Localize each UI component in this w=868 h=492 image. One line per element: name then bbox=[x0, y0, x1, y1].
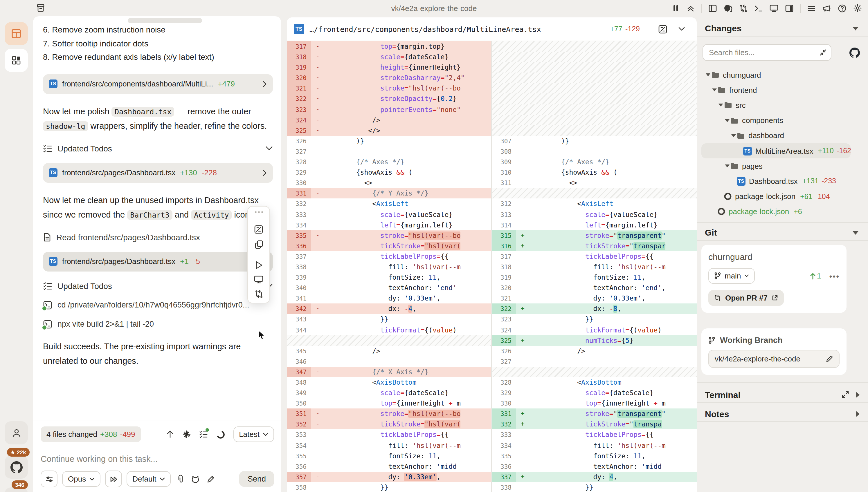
pencil-icon[interactable] bbox=[826, 355, 833, 363]
checklist-icon bbox=[43, 281, 52, 290]
document-icon bbox=[43, 232, 51, 242]
inline-code: Activity bbox=[191, 210, 232, 220]
chevron-down-icon[interactable] bbox=[678, 27, 685, 31]
panel-left-icon[interactable] bbox=[708, 4, 717, 13]
mode-select[interactable]: Default bbox=[126, 471, 171, 487]
chevron-down-icon[interactable] bbox=[265, 146, 273, 151]
tree-item[interactable]: TSDashboard.tsx+131-233 bbox=[701, 174, 850, 189]
typescript-icon: TS bbox=[294, 24, 304, 34]
diff-icon[interactable] bbox=[254, 224, 264, 235]
branch-select[interactable]: main bbox=[708, 268, 755, 284]
tree-item[interactable]: src bbox=[701, 98, 850, 113]
notes-section-header[interactable]: Notes bbox=[697, 406, 868, 421]
fast-forward-button[interactable] bbox=[105, 470, 122, 487]
file-change-chip[interactable]: TS frontend/src/pages/Dashboard.tsx +130… bbox=[43, 163, 273, 182]
changes-section-title[interactable]: Changes bbox=[705, 23, 742, 33]
board-view-button[interactable] bbox=[5, 49, 28, 72]
burst-icon[interactable] bbox=[182, 430, 191, 439]
typescript-icon: TS bbox=[743, 147, 752, 155]
chat-scroll-area[interactable]: 6. Remove zoom instruction noise 7. Soft… bbox=[33, 16, 281, 421]
diff-row: 325+ numTicks={5} bbox=[287, 335, 697, 345]
github-button[interactable] bbox=[5, 456, 28, 479]
package-icon bbox=[724, 193, 731, 200]
search-files-box[interactable] bbox=[703, 44, 831, 61]
copy-icon[interactable] bbox=[254, 240, 263, 249]
working-branch-field[interactable]: vk/4e2a-explore-the-code bbox=[708, 350, 840, 368]
diff-row: 356 textAnchor: 'midd336 textAnchor: 'mi… bbox=[287, 461, 697, 472]
updated-todos-row[interactable]: Updated Todos bbox=[43, 281, 273, 290]
updated-todos-row[interactable]: Updated Todos bbox=[43, 144, 273, 153]
chevron-right-icon bbox=[262, 169, 267, 176]
caret-down-icon[interactable] bbox=[852, 231, 859, 235]
diff-view-icon[interactable] bbox=[658, 24, 668, 34]
diff-row: 323- pointerEvents="none" bbox=[287, 104, 697, 115]
caret-right-icon[interactable] bbox=[856, 411, 860, 417]
diff-content[interactable]: 317- top={margin.top}318- scale={dateSca… bbox=[287, 41, 697, 492]
panel-right-icon[interactable] bbox=[785, 4, 794, 13]
gear-icon[interactable] bbox=[853, 3, 862, 13]
monitor-icon[interactable] bbox=[254, 275, 264, 284]
tree-item[interactable]: frontend bbox=[701, 82, 850, 97]
caret-down-icon[interactable] bbox=[852, 27, 859, 31]
play-icon[interactable] bbox=[255, 261, 263, 270]
git-compare-icon[interactable] bbox=[739, 4, 748, 13]
terminal-section-header[interactable]: Terminal bbox=[697, 387, 868, 402]
diff-row: 329 {showAxis && (310 {showAxis && ( bbox=[287, 167, 697, 177]
search-input[interactable] bbox=[708, 48, 820, 57]
chevrons-up-icon[interactable] bbox=[686, 4, 695, 13]
model-select[interactable]: Opus bbox=[62, 471, 100, 487]
pen-icon[interactable] bbox=[207, 475, 215, 483]
open-pr-button[interactable]: Open PR #7 bbox=[708, 290, 784, 306]
more-options-icon[interactable]: ••• bbox=[829, 271, 840, 280]
right-panel: Changes churnguardfrontendsrccomponentsd… bbox=[697, 16, 868, 492]
chat-bubble-icon[interactable] bbox=[723, 4, 733, 13]
todos-status-icon[interactable] bbox=[199, 430, 208, 439]
tree-item[interactable]: churnguard bbox=[701, 67, 850, 82]
assistant-message: Build succeeds. The pre-existing import … bbox=[43, 339, 273, 368]
tree-item[interactable]: TSMultiLineArea.tsx+110-162 bbox=[701, 143, 850, 158]
expand-icon[interactable] bbox=[842, 391, 849, 398]
chat-input[interactable] bbox=[33, 447, 281, 469]
arrow-up-icon[interactable] bbox=[166, 430, 174, 439]
file-change-chip[interactable]: TS frontend/src/components/dashboard/Mul… bbox=[43, 74, 273, 94]
menu-icon[interactable] bbox=[807, 4, 816, 13]
terminal-icon[interactable] bbox=[754, 4, 763, 13]
monitor-icon[interactable] bbox=[769, 4, 779, 13]
files-changed-chip[interactable]: 4 files changed +308 -499 bbox=[41, 426, 141, 442]
inline-code: shadow-lg bbox=[43, 121, 88, 131]
archive-box-icon[interactable] bbox=[36, 3, 45, 13]
settings-sliders-button[interactable] bbox=[41, 470, 57, 487]
megaphone-icon[interactable] bbox=[822, 4, 831, 13]
github-cat-icon[interactable] bbox=[849, 48, 860, 58]
ellipsis-icon[interactable] bbox=[254, 211, 263, 214]
tree-item[interactable]: pages bbox=[701, 158, 850, 173]
version-select[interactable]: Latest bbox=[233, 426, 274, 442]
file-change-chip[interactable]: TS frontend/src/pages/Dashboard.tsx +1 -… bbox=[43, 251, 273, 271]
paperclip-icon[interactable] bbox=[177, 474, 184, 483]
terminal-command-row[interactable]: npx vite build 2>&1 | tail -20 bbox=[43, 319, 273, 329]
diff-row: 350 top={innerHeight + m330 top={innerHe… bbox=[287, 398, 697, 409]
terminal-command-row[interactable]: cd /private/var/folders/10/h7w0q46556ggr… bbox=[43, 300, 273, 310]
tree-item[interactable]: package-lock.json+61-104 bbox=[701, 189, 850, 204]
checklist-icon bbox=[43, 144, 52, 153]
tree-item[interactable]: package-lock.json+6 bbox=[701, 204, 850, 219]
pause-icon[interactable] bbox=[672, 4, 680, 12]
tree-item[interactable]: components bbox=[701, 113, 850, 128]
diff-row: 351- stroke="hsl(var(--bo331+ stroke="tr… bbox=[287, 409, 697, 419]
git-compare-icon[interactable] bbox=[254, 290, 263, 299]
collapse-icon[interactable] bbox=[820, 49, 826, 56]
caret-right-icon[interactable] bbox=[856, 391, 860, 398]
git-section-title[interactable]: Git bbox=[705, 227, 717, 237]
typescript-icon: TS bbox=[49, 257, 57, 266]
help-icon[interactable] bbox=[838, 4, 846, 13]
tree-item[interactable]: dashboard bbox=[701, 128, 850, 143]
read-file-row[interactable]: Read frontend/src/pages/Dashboard.tsx bbox=[43, 232, 273, 242]
caret-down-icon bbox=[725, 164, 730, 168]
file-tree: churnguardfrontendsrccomponentsdashboard… bbox=[701, 67, 850, 219]
diff-row: 331- {/* Y Axis */} bbox=[287, 188, 697, 199]
caret-down-icon bbox=[731, 134, 736, 138]
account-button[interactable] bbox=[5, 421, 28, 444]
send-button[interactable]: Send bbox=[239, 471, 274, 487]
cat-icon[interactable] bbox=[191, 475, 200, 483]
layout-view-button[interactable] bbox=[5, 22, 28, 45]
